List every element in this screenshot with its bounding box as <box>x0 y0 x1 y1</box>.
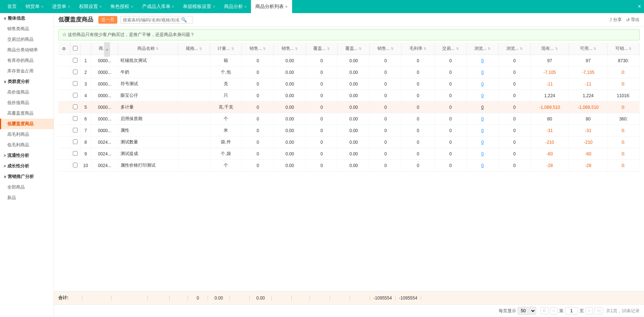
row-checkbox[interactable] <box>73 70 78 74</box>
row-checkbox[interactable] <box>73 128 78 132</box>
nav-product-entry[interactable]: 产成品入库单 × <box>138 0 178 13</box>
select-all-checkbox[interactable] <box>73 46 78 51</box>
search-input[interactable] <box>123 17 181 23</box>
row-checkbox[interactable] <box>73 139 78 144</box>
row-checkbox[interactable] <box>73 116 78 121</box>
nav-home[interactable]: 首页 <box>3 0 21 13</box>
th-gross-rate[interactable]: 毛利率 ⇅ <box>401 43 435 55</box>
th-cov1[interactable]: 覆盖... ⇅ <box>306 43 338 55</box>
th-sales-qty[interactable]: 销售... ⇅ <box>242 43 274 55</box>
filter-time-btn[interactable]: 近一月 <box>98 16 117 24</box>
sidebar-item-high-coverage[interactable]: 高覆盖度商品 <box>0 108 54 119</box>
cell-browse1[interactable]: 0 <box>467 102 499 113</box>
th-sales-cnt[interactable]: 销售... ⇅ <box>370 43 402 55</box>
sidebar-item-category-rate[interactable]: 商品分类动销率 <box>0 45 54 55</box>
sidebar-item-in-stock[interactable]: 有库存的商品 <box>0 55 54 66</box>
table-row: 8 0024... 测试数量 袋,件 0 0.00 0 0.00 0 0 0 0… <box>58 136 640 148</box>
th-browse1[interactable]: 浏览... ⇅ <box>467 43 499 55</box>
row-checkbox[interactable] <box>73 151 78 156</box>
sidebar-collapse-btn[interactable]: « <box>104 42 110 57</box>
first-page-btn[interactable]: K <box>541 307 549 314</box>
cell-checkbox[interactable] <box>70 55 80 67</box>
cell-browse1[interactable]: 0 <box>467 160 499 171</box>
nav-permission[interactable]: 权限设置 × <box>75 0 106 13</box>
sidebar-item-all-goods[interactable]: 全部商品 <box>0 182 54 193</box>
nav-purchase[interactable]: 进货单 × <box>48 0 74 13</box>
nav-close-role[interactable]: × <box>131 4 133 9</box>
nav-close-all-btn[interactable]: × <box>638 3 641 10</box>
cell-gross-rate: 0 <box>401 136 435 148</box>
cell-browse1[interactable]: 0 <box>467 125 499 136</box>
th-name[interactable]: 商品名称 ⇅ <box>118 43 178 55</box>
cell-browse1[interactable]: 0 <box>467 67 499 78</box>
th-sales-amt[interactable]: 销售... ⇅ <box>274 43 306 55</box>
sidebar-item-traded-goods[interactable]: 交易过的商品 <box>0 34 54 45</box>
export-btn[interactable]: ↺ 导出 <box>626 17 640 23</box>
nav-analysis-list[interactable]: 商品分析列表 × <box>251 0 292 13</box>
row-checkbox[interactable] <box>73 163 78 167</box>
next-page-btn[interactable]: > <box>585 307 593 314</box>
cell-browse1[interactable]: 0 <box>467 78 499 90</box>
sidebar-item-capital[interactable]: 库存资金占用 <box>0 66 54 76</box>
nav-close-sales[interactable]: × <box>41 4 43 9</box>
row-checkbox[interactable] <box>73 104 78 109</box>
nav-role[interactable]: 角色授权 × <box>106 0 137 13</box>
th-settings[interactable]: ⚙ <box>58 43 70 55</box>
cell-checkbox[interactable] <box>70 90 80 102</box>
sidebar-item-low-value[interactable]: 低价值商品 <box>0 98 54 108</box>
nav-template[interactable]: 单据模板设置 × <box>178 0 219 13</box>
th-trade[interactable]: 交易... ⇅ <box>435 43 467 55</box>
sidebar-section-marketing[interactable]: ∨ 营销推广分析 <box>0 171 54 182</box>
sidebar-section-growth[interactable]: > 成长性分析 <box>0 161 54 171</box>
th-unit[interactable]: 计量... ⇅ <box>210 43 242 55</box>
cell-checkbox[interactable] <box>70 102 80 113</box>
sidebar-item-low-coverage[interactable]: 低覆盖度商品 <box>0 119 54 129</box>
sidebar-item-new-goods[interactable]: 新品 <box>0 193 54 203</box>
nav-close-analysis[interactable]: × <box>244 4 247 9</box>
nav-close-product-entry[interactable]: × <box>172 4 174 9</box>
cell-browse1[interactable]: 0 <box>467 148 499 160</box>
cell-checkbox[interactable] <box>70 160 80 171</box>
row-checkbox[interactable] <box>73 58 78 63</box>
sidebar-item-low-margin[interactable]: 低毛利商品 <box>0 140 54 150</box>
sidebar-section-liquidity[interactable]: > 流通性分析 <box>0 150 54 161</box>
share-btn[interactable]: ⤴ 分享 <box>610 17 622 23</box>
nav-sales[interactable]: 销货单 × <box>21 0 48 13</box>
th-browse2[interactable]: 浏览... ⇅ <box>498 43 530 55</box>
th-spec[interactable]: 规格... ⇅ <box>178 43 210 55</box>
row-checkbox[interactable] <box>73 93 78 98</box>
nav-analysis[interactable]: 商品分析 × <box>220 0 251 13</box>
th-cov2[interactable]: 覆盖... ⇅ <box>338 43 370 55</box>
sidebar-item-high-margin[interactable]: 高毛利商品 <box>0 129 54 140</box>
cell-browse1[interactable]: 0 <box>467 55 499 67</box>
last-page-btn[interactable]: >| <box>594 307 603 314</box>
cell-name: 符号测试 <box>118 78 178 90</box>
cell-checkbox[interactable] <box>70 125 80 136</box>
cell-cov1: 0 <box>306 90 338 102</box>
sidebar-item-high-value[interactable]: 高价值商品 <box>0 87 54 98</box>
th-checkbox[interactable] <box>70 43 80 55</box>
cell-browse1[interactable]: 0 <box>467 136 499 148</box>
nav-close-permission[interactable]: × <box>99 4 102 9</box>
th-current-stock[interactable]: 现有... ⇅ <box>530 43 569 55</box>
sidebar-section-overall[interactable]: ∨ 整体信息 <box>0 13 54 24</box>
row-checkbox[interactable] <box>73 81 78 86</box>
sidebar-item-sales-goods[interactable]: 销售类商品 <box>0 24 54 34</box>
prev-page-btn[interactable]: < <box>550 307 558 314</box>
cell-checkbox[interactable] <box>70 78 80 90</box>
cell-checkbox[interactable] <box>70 136 80 148</box>
page-size-dropdown[interactable]: 50 20 100 <box>518 307 536 315</box>
nav-close-analysis-list[interactable]: × <box>285 4 287 9</box>
cell-browse1[interactable]: 0 <box>467 113 499 125</box>
nav-close-purchase[interactable]: × <box>68 4 70 9</box>
cell-browse1[interactable]: 0 <box>467 90 499 102</box>
cell-checkbox[interactable] <box>70 113 80 125</box>
nav-close-template[interactable]: × <box>213 4 215 9</box>
cell-checkbox[interactable] <box>70 67 80 78</box>
th-available[interactable]: 可用... ⇅ <box>569 43 608 55</box>
search-icon[interactable]: 🔍 <box>181 17 187 23</box>
page-number-input[interactable] <box>565 307 578 314</box>
cell-checkbox[interactable] <box>70 148 80 160</box>
sidebar-section-group[interactable]: ∨ 类群度分析 <box>0 76 54 87</box>
th-saleable[interactable]: 可销... ⇅ <box>608 43 640 55</box>
